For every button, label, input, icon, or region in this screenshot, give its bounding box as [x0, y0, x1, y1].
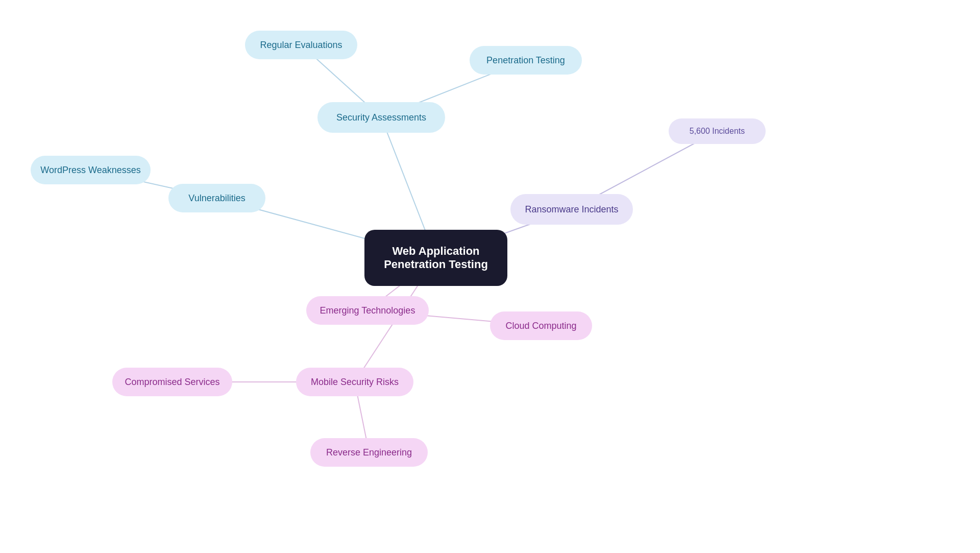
penetration-testing-label: Penetration Testing [486, 55, 565, 66]
node-regular-evaluations[interactable]: Regular Evaluations [245, 31, 357, 59]
node-reverse-engineering[interactable]: Reverse Engineering [310, 438, 428, 467]
emerging-technologies-label: Emerging Technologies [320, 305, 415, 316]
node-wordpress-weaknesses[interactable]: WordPress Weaknesses [31, 156, 151, 184]
mobile-security-risks-label: Mobile Security Risks [311, 377, 399, 388]
security-assessments-label: Security Assessments [336, 112, 426, 123]
node-mobile-security-risks[interactable]: Mobile Security Risks [296, 368, 413, 396]
ransomware-incidents-label: Ransomware Incidents [525, 204, 618, 215]
node-emerging-technologies[interactable]: Emerging Technologies [306, 296, 429, 325]
node-5600-incidents[interactable]: 5,600 Incidents [669, 118, 766, 144]
node-cloud-computing[interactable]: Cloud Computing [490, 311, 592, 340]
reverse-engineering-label: Reverse Engineering [326, 447, 412, 458]
node-security-assessments[interactable]: Security Assessments [317, 102, 445, 133]
cloud-computing-label: Cloud Computing [505, 321, 576, 331]
vulnerabilities-label: Vulnerabilities [188, 193, 245, 204]
node-compromised-services[interactable]: Compromised Services [112, 368, 232, 396]
node-ransomware-incidents[interactable]: Ransomware Incidents [510, 194, 633, 225]
node-penetration-testing[interactable]: Penetration Testing [470, 46, 582, 75]
center-label: Web Application Penetration Testing [364, 245, 507, 271]
compromised-services-label: Compromised Services [125, 377, 219, 388]
regular-evaluations-label: Regular Evaluations [260, 40, 342, 51]
5600-incidents-label: 5,600 Incidents [690, 127, 745, 136]
center-node[interactable]: Web Application Penetration Testing [364, 230, 507, 286]
wordpress-weaknesses-label: WordPress Weaknesses [40, 165, 140, 176]
node-vulnerabilities[interactable]: Vulnerabilities [168, 184, 265, 212]
